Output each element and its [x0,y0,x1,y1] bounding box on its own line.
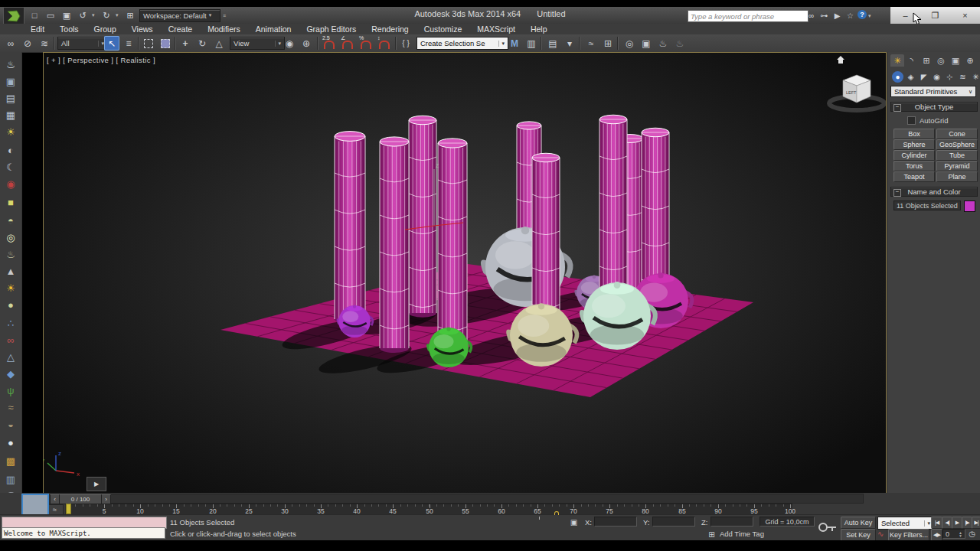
molecule-icon[interactable] [2,332,19,347]
go-to-end-button[interactable] [972,517,980,529]
selection-filter-dropdown[interactable]: All [57,37,108,50]
crystal-icon[interactable] [2,366,19,381]
category-lights-icon[interactable] [918,71,929,83]
tab-create[interactable] [890,54,904,67]
tab-modify[interactable] [905,54,919,67]
subscription-key-icon[interactable] [818,10,830,21]
viewport-label[interactable]: [ + ] [ Perspective ] [ Realistic ] [47,56,155,64]
set-key-button[interactable]: Set Key [841,529,876,541]
y-coordinate-field[interactable] [652,517,695,527]
palette-icon[interactable] [2,453,19,468]
collapse-icon[interactable]: − [893,189,901,197]
menu-group[interactable]: Group [87,24,124,34]
tab-motion[interactable] [934,54,948,67]
pearl-icon[interactable] [2,435,19,450]
category-space-warps-icon[interactable] [957,71,969,83]
select-by-name-icon[interactable] [121,36,136,51]
rig-icon[interactable] [2,349,19,364]
menu-animation[interactable]: Animation [248,24,299,34]
name-color-rollout-header[interactable]: − Name and Color [890,187,978,197]
play-button[interactable] [952,517,962,529]
object-color-swatch[interactable] [964,201,975,212]
menu-help[interactable]: Help [523,24,555,34]
menu-views[interactable]: Views [124,24,161,34]
category-cameras-icon[interactable] [931,71,942,83]
layers-icon[interactable] [2,471,19,487]
menu-maxscript[interactable]: MAXScript [469,24,523,34]
coordinate-system-dropdown[interactable]: View [230,37,285,50]
select-and-manipulate-icon[interactable] [299,36,314,51]
button-torus[interactable]: Torus [893,161,935,171]
object-name-field[interactable]: 11 Objects Selected [893,201,961,210]
scene-3d[interactable]: Z [220,115,753,397]
collapse-icon[interactable]: − [893,104,901,112]
button-plane[interactable]: Plane [936,171,978,182]
current-frame-marker[interactable] [66,504,71,514]
button-sphere[interactable]: Sphere [893,139,935,150]
unlink-selection-icon[interactable] [20,36,35,51]
rectangular-selection-region-icon[interactable] [141,36,156,51]
key-filters-button[interactable]: Key Filters... [888,529,929,541]
list-icon[interactable] [2,90,19,106]
menu-rendering[interactable]: Rendering [364,24,416,34]
previous-frame-button[interactable] [942,517,952,529]
menu-edit[interactable]: Edit [23,24,52,34]
button-box[interactable]: Box [893,129,935,139]
tab-hierarchy[interactable] [920,54,933,67]
ring-icon[interactable] [2,230,19,245]
rock-icon[interactable] [2,416,19,432]
snaps-toggle-icon[interactable]: 2.5 [322,36,337,51]
percent-snap-icon[interactable] [358,36,374,51]
manage-layers-icon[interactable] [545,36,560,51]
perspective-viewport[interactable]: Z x y z LEFT [43,52,887,494]
render-setup-icon[interactable] [622,36,637,51]
default-tangent-icon[interactable] [877,530,884,538]
favorites-star-icon[interactable] [844,10,856,21]
set-keys-button[interactable] [818,520,838,535]
select-object-icon[interactable] [104,36,119,51]
rendered-frame-window-icon[interactable] [639,36,654,51]
curve-editor-icon[interactable] [583,36,599,51]
autogrid-checkbox[interactable] [907,116,916,125]
viewcube-home-icon[interactable] [837,56,844,64]
cone-icon[interactable] [2,263,19,279]
corner-widget[interactable] [21,494,49,517]
button-pyramid[interactable]: Pyramid [936,161,978,171]
maxscript-mini-listener[interactable]: Welcome to MAXScript. [2,527,165,539]
auto-key-button[interactable]: Auto Key [841,517,876,529]
button-geosphere[interactable]: GeoSphere [936,139,978,150]
close-button[interactable] [954,8,977,22]
named-selection-set-dropdown[interactable]: Create Selection Se [416,37,508,50]
button-cylinder[interactable]: Cylinder [893,150,935,161]
key-mode-toggle[interactable] [931,529,942,541]
mirror-icon[interactable] [507,36,522,51]
dome-icon[interactable] [2,213,19,228]
camera-red-icon[interactable] [2,176,19,191]
help-icon[interactable]: ? [858,10,867,19]
menu-graph-editors[interactable]: Graph Editors [299,24,364,34]
x-coordinate-field[interactable] [594,517,637,527]
toggle-ribbon-icon[interactable] [562,36,577,51]
lamp-icon[interactable] [2,124,19,139]
select-and-link-icon[interactable] [3,36,18,51]
category-dropdown[interactable]: Standard Primitives [890,86,976,97]
expand-arrow-button[interactable] [87,477,106,491]
absolute-mode-icon[interactable] [568,517,580,528]
render-iterative-icon[interactable] [672,36,688,51]
image-icon[interactable] [2,73,19,89]
object-type-rollout-header[interactable]: − Object Type [890,102,978,112]
category-helpers-icon[interactable] [944,71,956,83]
camera-icon[interactable] [2,142,19,158]
z-coordinate-field[interactable] [710,517,753,527]
sun-icon[interactable] [2,280,19,295]
select-and-scale-icon[interactable] [211,36,227,51]
bird-icon[interactable] [2,399,19,415]
tab-display[interactable] [949,54,962,67]
category-geometry-icon[interactable] [892,71,903,83]
viewcube[interactable]: LEFT [829,75,884,110]
next-frame-button[interactable] [962,517,972,529]
frame-spinner[interactable]: ▲▼ [959,531,962,537]
time-configuration-icon[interactable] [966,528,978,540]
current-frame-field[interactable]: 0 ▲▼ [942,529,965,539]
add-time-tag[interactable]: Add Time Tag [720,530,764,538]
